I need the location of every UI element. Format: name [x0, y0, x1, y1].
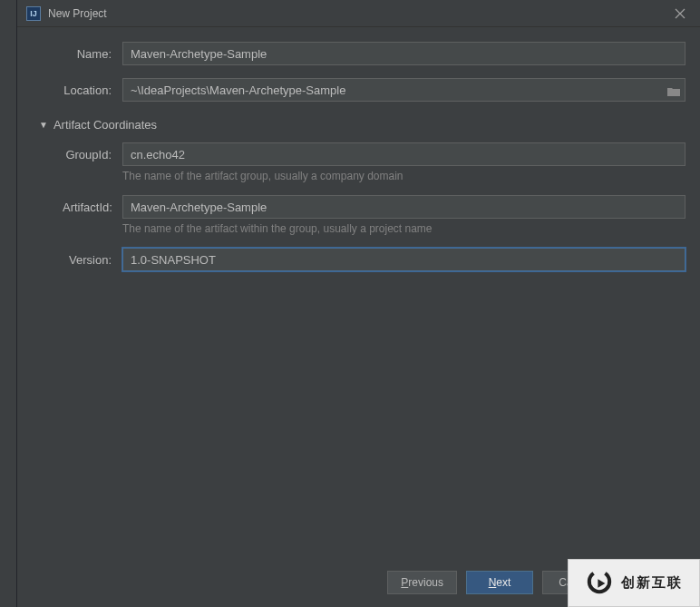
artifactid-label: ArtifactId: [63, 201, 122, 214]
groupid-field[interactable] [122, 142, 685, 166]
dialog-title: New Project [48, 7, 669, 20]
chevron-down-icon: ▼ [39, 120, 48, 130]
dialog-content: Name: Location: ▼ Artifact Coordinates G… [17, 27, 700, 562]
groupid-hint: The name of the artifact group, usually … [122, 170, 685, 182]
artifactid-hint: The name of the artifact within the grou… [122, 222, 685, 235]
app-icon: IJ [26, 6, 41, 21]
location-field[interactable] [122, 78, 685, 102]
ide-backdrop [0, 0, 16, 607]
titlebar: IJ New Project [17, 0, 700, 27]
artifactid-field[interactable] [122, 195, 685, 219]
groupid-label: GroupId: [63, 148, 122, 162]
name-field[interactable] [122, 42, 685, 65]
version-label: Version: [63, 253, 122, 267]
section-title: Artifact Coordinates [53, 118, 157, 132]
artifactid-row: ArtifactId: [63, 195, 685, 219]
name-label: Name: [32, 47, 122, 61]
close-icon[interactable] [669, 3, 691, 24]
location-label: Location: [32, 83, 122, 97]
next-button[interactable]: Next [466, 571, 533, 594]
location-row: Location: [32, 78, 685, 102]
watermark-logo [585, 569, 614, 598]
previous-button[interactable]: Previous [387, 571, 457, 594]
version-row: Version: [63, 248, 685, 271]
folder-icon[interactable] [667, 85, 680, 94]
watermark-text: 创新互联 [621, 574, 683, 592]
groupid-row: GroupId: [63, 142, 685, 166]
watermark: 创新互联 [568, 559, 700, 607]
version-field[interactable] [122, 248, 685, 271]
artifact-coordinates-header[interactable]: ▼ Artifact Coordinates [39, 118, 685, 132]
new-project-dialog: IJ New Project Name: Location: ▼ Artifac… [16, 0, 700, 607]
name-row: Name: [32, 42, 685, 65]
